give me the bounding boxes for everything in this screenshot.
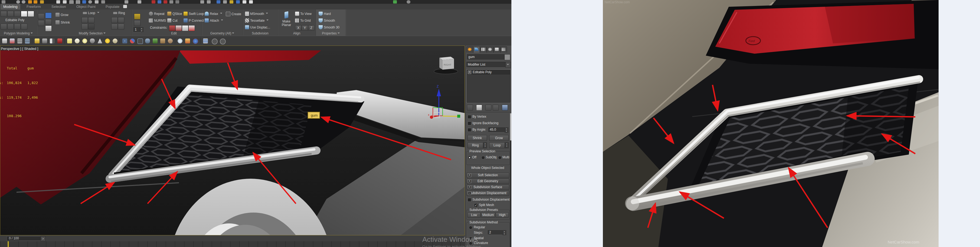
unlink-icon[interactable] bbox=[33, 0, 37, 3]
ring-button[interactable]: Ring bbox=[113, 11, 125, 15]
rendered-frame-window-icon[interactable] bbox=[10, 38, 14, 43]
object-color-swatch[interactable] bbox=[504, 54, 510, 60]
rollout-soft-selection[interactable]: +Soft Selection bbox=[466, 172, 509, 178]
stack-down-icon[interactable] bbox=[38, 20, 45, 26]
ring-spinner[interactable]: ▲▼ bbox=[483, 142, 487, 148]
lock-selection-icon[interactable] bbox=[134, 14, 140, 19]
preset-low-button[interactable]: Low bbox=[468, 212, 480, 218]
preset-medium-button[interactable]: Medium bbox=[481, 212, 495, 218]
rock-icon[interactable] bbox=[145, 38, 150, 43]
shrink-button-panel[interactable]: Shrink bbox=[468, 135, 487, 141]
modifier-list-arrow[interactable] bbox=[506, 62, 511, 68]
panel-title[interactable]: Polygon Modeling bbox=[0, 32, 37, 35]
dot-loop-icon[interactable] bbox=[88, 24, 94, 30]
sphere-icon[interactable] bbox=[178, 38, 183, 43]
bind-to-space-warp-icon[interactable] bbox=[40, 0, 44, 3]
modifier-list-dropdown[interactable]: Modifier List bbox=[466, 62, 508, 67]
sphere-dashed-icon[interactable] bbox=[193, 38, 198, 44]
msmooth-button[interactable]: MSmooth bbox=[245, 12, 268, 16]
by-angle-spinner[interactable]: ▲▼ bbox=[504, 127, 508, 133]
matte-material-icon[interactable] bbox=[75, 38, 80, 43]
redo-icon[interactable] bbox=[22, 0, 25, 3]
by-angle-field[interactable]: 45.0 bbox=[488, 127, 505, 132]
spinner-snap-icon[interactable] bbox=[169, 0, 173, 3]
stack-item-editable-poly[interactable]: + Editable Poly bbox=[467, 70, 511, 75]
reference-coordinate-icon[interactable] bbox=[101, 0, 105, 3]
constraint-edge-icon[interactable] bbox=[175, 25, 182, 31]
paint-size-spinner[interactable]: ▲▼ bbox=[140, 27, 143, 32]
smooth-button[interactable]: Smooth bbox=[319, 18, 335, 22]
preview-multi-radio[interactable] bbox=[498, 156, 502, 159]
expand-icon[interactable]: + bbox=[468, 71, 471, 74]
select-and-rotate-icon[interactable] bbox=[88, 0, 92, 3]
panel-title[interactable]: Geometry (All) bbox=[202, 32, 243, 35]
wire-pyramid-icon[interactable] bbox=[137, 38, 143, 44]
frame-marker[interactable] bbox=[8, 241, 9, 247]
panel-title[interactable]: Align bbox=[278, 32, 316, 35]
loop-grow-icon[interactable] bbox=[81, 17, 88, 23]
panel-title[interactable]: Modify Selection bbox=[52, 32, 132, 35]
toggle-command-panel-icon[interactable] bbox=[38, 13, 45, 19]
make-unique-icon[interactable] bbox=[485, 105, 492, 111]
loop-shrink-icon[interactable] bbox=[88, 17, 94, 23]
shrink-button[interactable]: Shrink bbox=[56, 20, 70, 24]
steps-field[interactable]: 2 bbox=[488, 230, 504, 234]
camera-icon[interactable] bbox=[42, 38, 47, 43]
layers-panel-icon[interactable] bbox=[203, 38, 208, 43]
rollout-edit-geometry[interactable]: +Edit Geometry bbox=[466, 178, 509, 184]
next-modifier-icon[interactable] bbox=[7, 24, 14, 30]
ring-grow-icon[interactable] bbox=[111, 17, 118, 23]
grow-button-panel[interactable]: Grow bbox=[489, 135, 509, 141]
configure-modifier-sets-icon[interactable] bbox=[502, 105, 508, 111]
constraint-normal-icon[interactable] bbox=[188, 25, 195, 31]
palette-icon[interactable] bbox=[185, 38, 190, 43]
remove-modifier-icon[interactable] bbox=[493, 105, 499, 111]
render-setup-icon[interactable] bbox=[18, 38, 22, 43]
show-end-result-icon[interactable] bbox=[45, 13, 52, 18]
cut-button[interactable]: Cut bbox=[167, 18, 178, 22]
rollout-subdivision-surface[interactable]: +Subdivision Surface bbox=[466, 184, 509, 190]
relax-button[interactable]: Relax bbox=[205, 12, 222, 16]
panel-title[interactable]: Properties bbox=[316, 32, 346, 35]
select-and-move-icon[interactable] bbox=[82, 0, 86, 3]
material-editor-icon[interactable] bbox=[2, 38, 7, 43]
track-bar[interactable] bbox=[0, 241, 465, 247]
current-frame-field[interactable]: 0 / 100 bbox=[6, 236, 41, 241]
link-icon[interactable] bbox=[28, 0, 32, 3]
environment-dialog-icon[interactable] bbox=[25, 38, 30, 43]
align-x-button[interactable]: X bbox=[295, 25, 302, 30]
ring-shift-icon[interactable] bbox=[111, 24, 118, 30]
perspective-viewport[interactable]: [ Perspective ] [ Shaded ] Totalgum Poly… bbox=[0, 45, 465, 235]
loop-shift-icon[interactable] bbox=[81, 24, 88, 30]
light-lister-icon[interactable] bbox=[35, 38, 40, 43]
subdivision-displacement-checkbox[interactable] bbox=[468, 198, 471, 202]
ring-button-panel[interactable]: Ring bbox=[468, 142, 483, 148]
select-and-manipulate-icon[interactable] bbox=[137, 0, 141, 3]
toggle-scene-explorer-icon[interactable] bbox=[216, 0, 220, 3]
fur-hf-icon[interactable] bbox=[160, 38, 165, 43]
panel-title[interactable]: Edit bbox=[146, 32, 202, 35]
loop-button[interactable]: Loop bbox=[83, 11, 99, 15]
pin-stack-button-icon[interactable] bbox=[467, 105, 473, 111]
by-angle-checkbox[interactable] bbox=[468, 128, 471, 132]
egg-material-icon[interactable] bbox=[113, 38, 118, 43]
repeat-button[interactable]: Repeat bbox=[149, 12, 165, 16]
element-mode-icon[interactable] bbox=[28, 11, 34, 17]
tab-selection[interactable]: Selection bbox=[49, 4, 68, 10]
hair-ox-icon[interactable] bbox=[168, 38, 173, 43]
tessellate-button[interactable]: Tessellate bbox=[245, 18, 269, 22]
ring-shrink-icon[interactable] bbox=[118, 17, 124, 23]
collapse-stack-icon[interactable] bbox=[14, 24, 21, 30]
constraint-face-icon[interactable] bbox=[182, 25, 188, 31]
select-by-name-icon[interactable] bbox=[63, 0, 67, 3]
object-name-field[interactable]: gum bbox=[467, 54, 504, 59]
modifier-stack[interactable]: + Editable Poly bbox=[466, 69, 511, 103]
teapot-icon[interactable] bbox=[90, 38, 95, 43]
rollout-subdivision-displacement[interactable]: -Subdivision Displacement bbox=[466, 190, 509, 196]
use-pivot-center-icon[interactable] bbox=[124, 0, 128, 3]
render-production-icon[interactable] bbox=[393, 0, 397, 3]
tab-create[interactable] bbox=[466, 47, 473, 53]
percent-snap-icon[interactable] bbox=[164, 0, 167, 3]
preset-high-button[interactable]: High bbox=[496, 212, 509, 218]
graphite-toggle-icon[interactable] bbox=[229, 0, 233, 3]
